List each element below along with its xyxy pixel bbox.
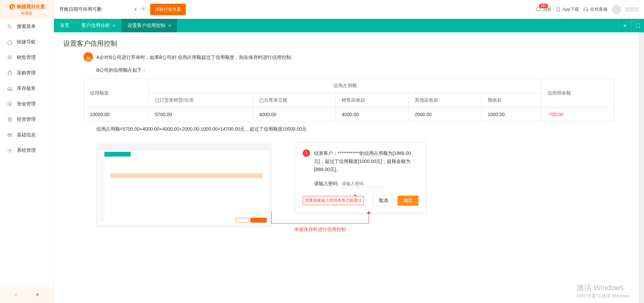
th-credit-balance: 信用用余额 xyxy=(541,79,614,108)
cancel-button[interactable]: 取消 xyxy=(373,195,394,206)
example-description-2: B公司的信用额占如下： xyxy=(96,66,614,74)
app-download-label: App下载 xyxy=(563,6,579,12)
connector-line xyxy=(368,213,369,223)
main: 首页 客户信用分析 ✕ 设置客户信用控制 ✕ ✕ 设置客户信用控制 例 A企对B… xyxy=(54,19,644,303)
sidebar-item-label: 基础信息 xyxy=(17,132,36,138)
example-description-1: A企对B公司进行开单时，如果B公司的 信用占用额超过了信用额度，则在保存时进行信… xyxy=(96,54,296,61)
chevron-down-icon: ▾ xyxy=(135,7,137,12)
th-u3: 销售应收款 xyxy=(336,93,409,108)
account-selector[interactable]: 开账日期可停用可删 ▾ xyxy=(59,6,137,12)
message-badge: 99+ xyxy=(539,4,548,8)
tab-home[interactable]: 首页 xyxy=(54,19,75,32)
td-u4: 2000.00 xyxy=(408,108,481,122)
close-icon[interactable]: ✕ xyxy=(168,24,171,28)
password-input[interactable] xyxy=(341,180,385,188)
illustration-row: ! 结算客户：************的信用占用额为[1888.00元]，超过了… xyxy=(96,142,614,227)
th-credit-usage: 信用占用额 xyxy=(149,79,541,93)
edition-label: 标准版 xyxy=(21,11,32,16)
svg-rect-14 xyxy=(8,118,11,122)
credit-limit-table: 信用额度 信用占用额 信用用余额 已订货未销货/出库 已出库未立账 销售应收款 … xyxy=(83,78,614,122)
close-all-tabs-icon[interactable]: ✕ xyxy=(618,19,631,32)
support-link[interactable]: 在线客服 xyxy=(583,6,608,12)
svg-rect-17 xyxy=(8,134,12,136)
avatar[interactable] xyxy=(612,5,621,14)
boss-password-note: 需要老板输入密码本单才能通过 xyxy=(303,196,364,205)
svg-rect-2 xyxy=(536,8,540,10)
td-u1: 5700.00 xyxy=(149,108,253,122)
td-u3: 4000.00 xyxy=(336,108,409,122)
sidebar-item-label: 销售管理 xyxy=(17,55,36,61)
sidebar: 搜索菜单 快捷导航 销售管理 采购管理 库存核算 资金管理 经营管理 基础信息 xyxy=(0,19,54,303)
confirm-button[interactable]: 确定 xyxy=(398,196,418,206)
svg-point-22 xyxy=(9,150,10,151)
sidebar-item-inventory[interactable]: 库存核算 xyxy=(0,81,54,96)
scrollbar-track[interactable] xyxy=(639,32,644,303)
th-u4: 其他应收款 xyxy=(408,93,481,108)
td-u5: 1000.00 xyxy=(481,108,541,122)
arrow-up-icon xyxy=(367,211,371,214)
app-download-link[interactable]: App下载 xyxy=(555,6,579,12)
sidebar-item-basicinfo[interactable]: 基础信息 xyxy=(0,127,54,143)
sidebar-item-label: 库存核算 xyxy=(17,86,36,92)
svg-point-18 xyxy=(9,134,10,135)
search-icon xyxy=(7,24,13,30)
tab-credit-analysis[interactable]: 客户信用分析 ✕ xyxy=(75,19,122,32)
footer-gear-icon[interactable] xyxy=(13,292,19,298)
sidebar-item-label: 资金管理 xyxy=(17,101,36,107)
close-icon[interactable]: ✕ xyxy=(112,24,115,28)
topbar: 开账日期可停用可删 ▾ 体验行业方案 99+ 消息 App下载 在线客服 xyxy=(54,0,644,19)
th-u1: 已订货未销货/出库 xyxy=(149,93,253,108)
page-title: 设置客户信用控制 xyxy=(63,39,635,48)
svg-rect-6 xyxy=(587,9,588,11)
sidebar-item-quicknav[interactable]: 快捷导航 xyxy=(0,34,54,50)
credit-warning-dialog: ! 结算客户：************的信用占用额为[1888.00元]，超过了… xyxy=(295,142,426,213)
formula-text: 信用占用额=5700.00+4000.00+4000.00+2000.00-10… xyxy=(96,126,614,132)
sidebar-item-operations[interactable]: 经营管理 xyxy=(0,112,54,127)
connector-line xyxy=(271,211,272,223)
illustration-caption: 单据保存时进行信用控制 xyxy=(271,227,369,233)
svg-point-21 xyxy=(8,148,12,153)
tab-label: 首页 xyxy=(60,23,69,29)
settings-gear-icon[interactable] xyxy=(141,6,146,13)
sidebar-item-label: 搜索菜单 xyxy=(17,24,36,30)
watermark-line1: 激活 Windows xyxy=(577,283,634,293)
support-label: 在线客服 xyxy=(590,6,608,12)
industry-plan-button[interactable]: 体验行业方案 xyxy=(150,4,186,15)
logo-area: 畅捷通好生意 标准版 xyxy=(0,0,54,19)
tag-icon xyxy=(7,55,13,61)
sidebar-item-funds[interactable]: 资金管理 xyxy=(0,96,54,112)
collapse-sidebar-icon[interactable] xyxy=(35,292,40,298)
td-u2: 4000.00 xyxy=(253,108,336,122)
messages-link[interactable]: 99+ 消息 xyxy=(536,6,551,12)
svg-rect-11 xyxy=(8,72,11,75)
th-u2: 已出库未立账 xyxy=(253,93,336,108)
td-balance: -700.00 xyxy=(541,108,614,122)
tab-bar: 首页 客户信用分析 ✕ 设置客户信用控制 ✕ ✕ xyxy=(54,19,644,32)
dialog-message: 结算客户：************的信用占用额为[1888.00元]，超过了信用… xyxy=(314,149,418,173)
tab-label: 设置客户信用控制 xyxy=(128,23,165,29)
sidebar-item-label: 系统管理 xyxy=(17,147,36,154)
tab-label: 客户信用分析 xyxy=(81,23,110,29)
svg-rect-12 xyxy=(9,89,10,90)
mobile-icon xyxy=(555,7,561,12)
sidebar-item-purchase[interactable]: 采购管理 xyxy=(0,65,54,81)
brand-name: 畅捷通好生意 xyxy=(17,4,45,10)
money-icon xyxy=(7,101,13,107)
password-label: 请输入密码 xyxy=(314,181,338,187)
sidebar-footer xyxy=(0,287,54,303)
svg-rect-5 xyxy=(584,9,585,11)
th-credit-limit: 信用额度 xyxy=(84,79,149,108)
fullscreen-icon[interactable] xyxy=(631,19,644,32)
tab-credit-control-settings[interactable]: 设置客户信用控制 ✕ xyxy=(122,19,177,32)
system-icon xyxy=(7,147,13,154)
sidebar-item-label: 采购管理 xyxy=(17,70,36,76)
th-u5: 预收款 xyxy=(481,93,541,108)
sidebar-item-system[interactable]: 系统管理 xyxy=(0,143,54,158)
sidebar-item-search[interactable]: 搜索菜单 xyxy=(0,19,54,34)
sidebar-item-sales[interactable]: 销售管理 xyxy=(0,50,54,65)
bag-icon xyxy=(7,70,13,76)
connector-line xyxy=(271,223,369,224)
td-limit: 10000.00 xyxy=(84,108,149,122)
brand-logo-icon xyxy=(9,3,15,10)
watermark-line2: 转到"设置"以激活 Windows。 xyxy=(577,293,634,299)
